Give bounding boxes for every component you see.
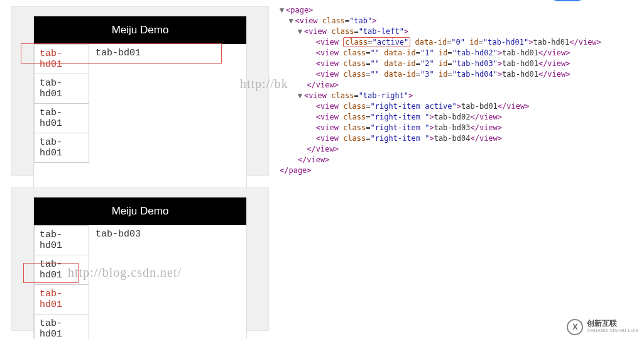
tab-left: tab-hd01 tab-hd01 tab-hd01 tab-hd01 [34,44,89,163]
logo-brand-en: CHUANG XIN HU LIAN [587,327,639,335]
app-title: Meiju Demo [34,16,246,44]
tab-left: tab-hd01 tab-hd01 tab-hd01 tab-hd01 [34,225,89,339]
devtools-top-border [280,0,644,1]
tab-hd04[interactable]: tab-hd01 [34,133,89,163]
device-frame: Meiju Demo tab-hd01 tab-hd01 tab-hd01 ta… [33,197,247,339]
tab-hd01[interactable]: tab-hd01 [34,44,89,74]
tab-content: tab-bd01 [89,44,246,62]
app-title: Meiju Demo [34,197,246,225]
tab-hd03[interactable]: tab-hd01 [34,104,89,133]
tab-content: tab-bd03 [89,225,246,243]
screenshot-bottom: Meiju Demo tab-hd01 tab-hd01 tab-hd01 ta… [11,187,269,331]
tab-hd02[interactable]: tab-hd01 [34,255,89,285]
footer-logo: X 创新互联 CHUANG XIN HU LIAN [567,319,639,335]
tab-hd02[interactable]: tab-hd01 [34,74,89,104]
logo-brand-cn: 创新互联 [587,320,639,327]
devtools-panel[interactable]: ▼<page> ▼<view class="tab"> ▼<view class… [280,5,631,176]
tab-container: tab-hd01 tab-hd01 tab-hd01 tab-hd01 tab-… [34,225,246,339]
screenshot-top: Meiju Demo tab-hd01 tab-hd01 tab-hd01 ta… [11,6,269,176]
device-frame: Meiju Demo tab-hd01 tab-hd01 tab-hd01 ta… [33,16,247,208]
tab-hd03[interactable]: tab-hd01 [34,285,89,314]
tab-hd04[interactable]: tab-hd01 [34,314,89,339]
tab-container: tab-hd01 tab-hd01 tab-hd01 tab-hd01 tab-… [34,44,246,163]
logo-icon: X [567,319,583,335]
tab-hd01[interactable]: tab-hd01 [34,225,89,255]
